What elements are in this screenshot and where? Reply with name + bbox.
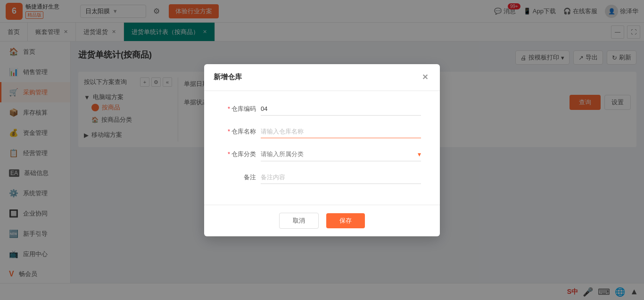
dialog-body: 仓库编码 仓库名称 仓库分类 ▾ 备注 [204, 91, 440, 205]
form-row-code: 仓库编码 [223, 102, 421, 116]
category-select[interactable]: ▾ [261, 148, 421, 161]
code-input[interactable] [261, 102, 421, 116]
name-input[interactable] [261, 125, 421, 138]
form-row-remark: 备注 [223, 171, 421, 184]
dialog-title: 新增仓库 [214, 73, 242, 82]
dialog-add-warehouse: 新增仓库 ✕ 仓库编码 仓库名称 仓库分类 ▾ [204, 64, 440, 236]
form-row-name: 仓库名称 [223, 125, 421, 138]
category-input[interactable] [261, 150, 418, 158]
remark-label: 备注 [223, 173, 261, 182]
category-arrow-icon: ▾ [418, 150, 421, 158]
name-label: 仓库名称 [223, 127, 261, 136]
dialog-footer: 取消 保存 [204, 205, 440, 236]
save-button[interactable]: 保存 [326, 213, 365, 228]
modal-overlay[interactable]: 新增仓库 ✕ 仓库编码 仓库名称 仓库分类 ▾ [0, 0, 644, 300]
cancel-button[interactable]: 取消 [279, 213, 319, 229]
dialog-close-btn[interactable]: ✕ [419, 72, 430, 83]
dialog-header: 新增仓库 ✕ [204, 64, 440, 91]
code-label: 仓库编码 [223, 105, 261, 113]
form-row-category: 仓库分类 ▾ [223, 148, 421, 161]
remark-input[interactable] [261, 171, 421, 184]
category-label: 仓库分类 [223, 150, 261, 158]
